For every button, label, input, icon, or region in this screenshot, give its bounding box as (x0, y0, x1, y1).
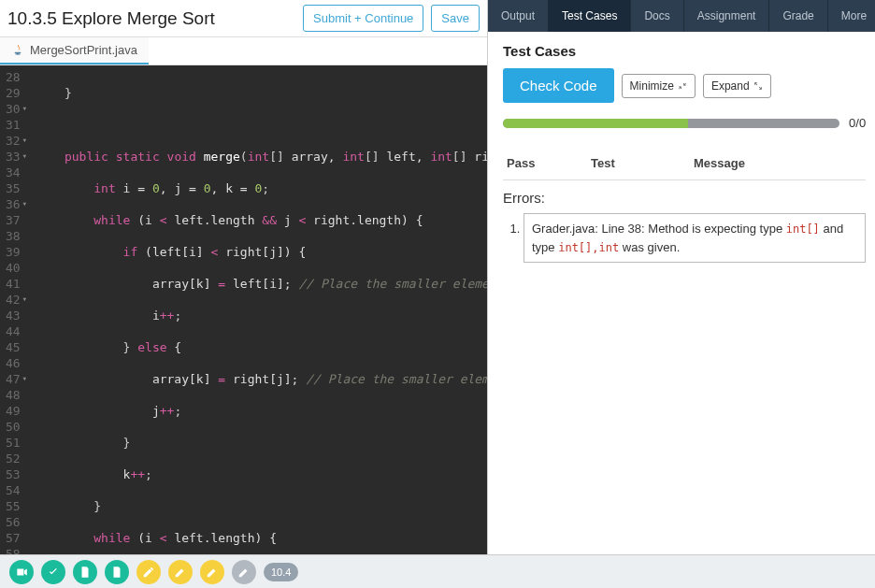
minimize-button[interactable]: Minimize (622, 74, 696, 98)
document-icon (110, 566, 123, 579)
tab-test-cases[interactable]: Test Cases (549, 0, 631, 32)
test-table-header: Pass Test Message (503, 147, 866, 180)
col-pass: Pass (507, 156, 591, 170)
panel-title: Test Cases (503, 43, 866, 59)
progress-row: 0/0 (503, 116, 866, 130)
code-editor[interactable]: 2829303132333435363738394041424344454647… (0, 65, 487, 554)
results-tabs: Output Test Cases Docs Assignment Grade … (488, 0, 875, 32)
pencil-icon (237, 566, 251, 579)
col-message: Message (694, 156, 862, 170)
edit-button-1[interactable] (136, 560, 161, 584)
expand-button[interactable]: Expand (703, 74, 771, 98)
file-tabs: MergeSortPrint.java (0, 37, 487, 65)
tab-grade[interactable]: Grade (769, 0, 827, 32)
file-tab-label: MergeSortPrint.java (30, 43, 137, 57)
java-file-icon (11, 44, 24, 57)
document-icon (79, 566, 92, 579)
editor-panel: 10.3.5 Explore Merge Sort Submit + Conti… (0, 0, 488, 554)
tab-more[interactable]: More (828, 0, 875, 32)
results-panel: Output Test Cases Docs Assignment Grade … (488, 0, 875, 554)
video-button[interactable] (9, 560, 34, 584)
progress-text: 0/0 (849, 116, 866, 130)
code-area[interactable]: } public static void merge(int[] array, … (26, 65, 487, 554)
submit-continue-button[interactable]: Submit + Continue (303, 5, 423, 32)
doc-button-2[interactable] (105, 560, 129, 584)
disabled-button (232, 560, 256, 584)
pencil-icon (174, 566, 187, 579)
error-item-1: Grader.java: Line 38: Method is expectin… (524, 213, 866, 263)
bottom-toolbar: 10.4 (0, 554, 875, 588)
pencil-icon (206, 566, 219, 579)
check-code-button[interactable]: Check Code (503, 68, 614, 103)
check-icon (47, 566, 60, 579)
errors-title: Errors: (503, 190, 866, 206)
tab-docs[interactable]: Docs (631, 0, 683, 32)
error-list: Grader.java: Line 38: Method is expectin… (503, 213, 866, 263)
edit-button-2[interactable] (168, 560, 193, 584)
tab-assignment[interactable]: Assignment (684, 0, 770, 32)
pencil-icon (142, 566, 155, 579)
doc-button-1[interactable] (73, 560, 97, 584)
video-icon (15, 566, 28, 579)
check-button[interactable] (41, 560, 65, 584)
editor-header: 10.3.5 Explore Merge Sort Submit + Conti… (0, 0, 487, 37)
expand-icon (753, 81, 763, 91)
lesson-chip[interactable]: 10.4 (264, 563, 298, 581)
save-button[interactable]: Save (431, 5, 480, 32)
lesson-title: 10.3.5 Explore Merge Sort (7, 8, 295, 29)
progress-bar (503, 119, 839, 128)
edit-button-3[interactable] (200, 560, 224, 584)
minimize-icon (678, 81, 687, 91)
tab-output[interactable]: Output (488, 0, 549, 32)
line-gutter: 2829303132333435363738394041424344454647… (0, 65, 26, 554)
col-test: Test (591, 156, 694, 170)
file-tab-mergesortprint[interactable]: MergeSortPrint.java (0, 37, 149, 65)
